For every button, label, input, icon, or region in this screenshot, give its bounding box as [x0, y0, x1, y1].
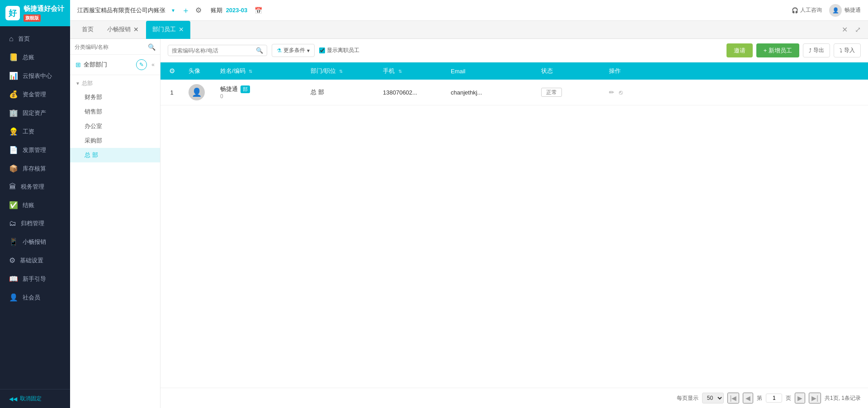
dept-grid-icon: ⊞ [75, 61, 81, 68]
search-icon[interactable]: 🔍 [256, 47, 263, 54]
employee-name-row: 畅捷通 部 [220, 85, 300, 93]
sidebar-item-general-ledger[interactable]: 📒 总账 [0, 48, 70, 66]
table-col-settings: ⚙ [160, 62, 183, 80]
col-avatar-label: 头像 [189, 67, 200, 74]
sidebar-item-reports[interactable]: 📊 云报表中心 [0, 66, 70, 85]
invoices-icon: 📄 [9, 146, 18, 154]
tab-dept-employee[interactable]: 部门员工 ✕ [146, 21, 190, 39]
dept-collapse-icon[interactable]: « [151, 62, 155, 68]
main-area: 江西服宝精品有限责任公司内账张 ▾ ＋ ⚙ 账期 2023-03 📅 🎧 人工咨… [70, 0, 868, 408]
add-company-button[interactable]: ＋ [182, 5, 190, 16]
add-employee-button[interactable]: + 新增员工 [756, 43, 799, 57]
tabs-bar: 首页 小畅报销 ✕ 部门员工 ✕ ✕ ⤢ [70, 21, 868, 39]
company-dropdown-icon[interactable]: ▾ [172, 7, 175, 14]
dept-edit-button[interactable]: ✎ [136, 59, 147, 70]
dept-group-label-text: 总部 [82, 80, 93, 87]
per-page-label: 每页显示 [677, 394, 698, 402]
company-name: 江西服宝精品有限责任公司内账张 [77, 6, 165, 14]
last-page-button[interactable]: ▶| [809, 393, 821, 403]
current-page-input[interactable]: 1 [766, 394, 782, 403]
prev-page-button[interactable]: ◀ [743, 393, 753, 403]
period-value: 2023-03 [226, 7, 248, 14]
employee-toolbar: 🔍 ⚗ 更多条件 ▾ 显示离职员工 邀请 + 新增员工 ⤴ 导出 [160, 39, 868, 62]
guide-icon: 📖 [9, 275, 18, 283]
table-row: 1 👤 畅捷通 部 [160, 80, 868, 105]
tab-expense-close[interactable]: ✕ [133, 26, 139, 33]
per-page-select[interactable]: 50 [702, 393, 724, 403]
dept-item-sales[interactable]: 销售部 [70, 104, 160, 119]
sidebar-item-invoices[interactable]: 📄 发票管理 [0, 141, 70, 159]
export-button[interactable]: ⤴ 导出 [803, 43, 830, 57]
dept-group-zongbu[interactable]: ▼ 总部 [70, 77, 160, 90]
sidebar-item-guide[interactable]: 📖 新手引导 [0, 270, 70, 288]
sidebar-item-home[interactable]: ⌂ 首页 [0, 30, 70, 48]
invite-button[interactable]: 邀请 [726, 43, 753, 57]
next-page-button[interactable]: ▶ [795, 393, 805, 403]
sidebar-item-social[interactable]: 👤 社会员 [0, 288, 70, 307]
edit-employee-button[interactable]: ✏ [609, 89, 614, 96]
arrow-down-icon: ▼ [75, 81, 80, 86]
sidebar-item-archive[interactable]: 🗂 归档管理 [0, 214, 70, 232]
social-icon: 👤 [9, 293, 18, 302]
user-menu[interactable]: 👤 畅捷通 [829, 4, 861, 17]
row-index: 1 [160, 80, 183, 105]
table-settings-icon[interactable]: ⚙ [169, 67, 175, 75]
calendar-icon[interactable]: 📅 [255, 7, 262, 14]
funds-icon: 💰 [9, 90, 18, 99]
topbar: 江西服宝精品有限责任公司内账张 ▾ ＋ ⚙ 账期 2023-03 📅 🎧 人工咨… [70, 0, 868, 21]
col-phone-label: 手机 [383, 67, 395, 74]
support-button[interactable]: 🎧 人工咨询 [792, 6, 822, 14]
sidebar-item-label: 总账 [23, 53, 34, 62]
dept-item-office[interactable]: 办公室 [70, 119, 160, 133]
status-badge: 正常 [541, 88, 562, 97]
sidebar-item-funds[interactable]: 💰 资金管理 [0, 85, 70, 104]
sidebar-item-expense[interactable]: 📱 小畅报销 [0, 232, 70, 251]
sidebar-item-payroll[interactable]: 👷 工资 [0, 122, 70, 141]
sidebar-item-closing[interactable]: ✅ 结账 [0, 196, 70, 214]
sidebar-item-settings[interactable]: ⚙ 基础设置 [0, 251, 70, 270]
tab-expense[interactable]: 小畅报销 ✕ [101, 21, 145, 39]
sort-icon-phone[interactable]: ⇅ [398, 69, 402, 74]
dept-item-finance[interactable]: 财务部 [70, 90, 160, 104]
logo-text-container: 畅捷通好会计 旗舰版 [24, 5, 64, 22]
sidebar-item-label: 税务管理 [21, 183, 44, 191]
dept-item-purchase[interactable]: 采购部 [70, 133, 160, 148]
sidebar-item-label: 归档管理 [21, 219, 44, 228]
show-resigned-checkbox[interactable]: 显示离职员工 [319, 47, 359, 54]
table-col-avatar: 头像 [183, 62, 215, 80]
expand-tab-button[interactable]: ⤢ [853, 25, 863, 34]
dept-item-label: 财务部 [85, 94, 102, 100]
sidebar-item-tax[interactable]: 🏛 税务管理 [0, 178, 70, 196]
logo-edition: 旗舰版 [24, 14, 41, 22]
dept-search-bar: 🔍 [70, 39, 160, 55]
closing-icon: ✅ [9, 201, 18, 209]
more-filters-button[interactable]: ⚗ 更多条件 ▾ [272, 44, 315, 57]
sidebar-item-fixed-assets[interactable]: 🏢 固定资产 [0, 104, 70, 122]
unpin-button[interactable]: ◀◀ 取消固定 [0, 389, 70, 408]
sort-icon-dept[interactable]: ⇅ [339, 69, 343, 74]
tab-home[interactable]: 首页 [75, 21, 100, 39]
tab-expense-label: 小畅报销 [107, 25, 131, 33]
exit-employee-button[interactable]: ⎋ [619, 89, 623, 96]
row-avatar: 👤 [183, 80, 215, 105]
employee-name: 畅捷通 [220, 85, 238, 93]
sort-icon-name[interactable]: ⇅ [249, 69, 252, 74]
page-prefix-label: 第 [757, 394, 762, 402]
all-dept-header: ⊞ 全部部门 ✎ « [70, 55, 160, 75]
row-phone: 138070602... [377, 80, 445, 105]
import-button[interactable]: ⤵ 导入 [834, 43, 861, 57]
employee-search-input[interactable] [172, 47, 253, 54]
dept-search-icon[interactable]: 🔍 [148, 43, 156, 51]
dept-item-general[interactable]: 总 部 [70, 148, 160, 162]
total-records-label: 共1页, 1条记录 [825, 394, 861, 402]
first-page-button[interactable]: |◀ [727, 393, 740, 403]
sidebar-item-inventory[interactable]: 📦 库存核算 [0, 159, 70, 178]
settings-button[interactable]: ⚙ [195, 6, 202, 14]
tab-dept-close[interactable]: ✕ [179, 26, 184, 33]
close-tab-button[interactable]: ✕ [840, 25, 849, 34]
dept-search-input[interactable] [75, 44, 145, 50]
resigned-checkbox-input[interactable] [319, 47, 325, 53]
archive-icon: 🗂 [9, 219, 16, 228]
assets-icon: 🏢 [9, 109, 18, 117]
left-arrow-icon: ◀◀ [9, 396, 17, 402]
